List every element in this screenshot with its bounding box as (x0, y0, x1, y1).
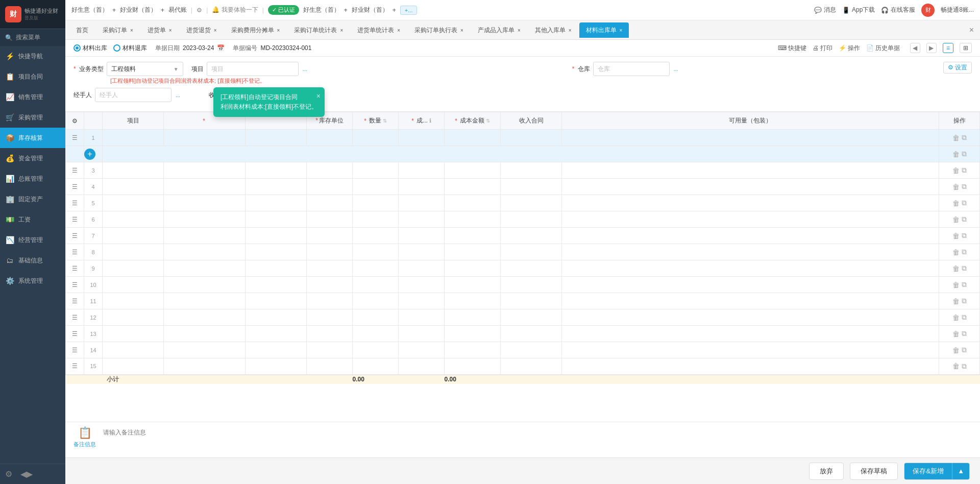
close-tab-icon[interactable]: × (569, 28, 572, 33)
row-cell-6[interactable] (445, 179, 501, 195)
close-tab-icon[interactable]: × (214, 28, 217, 33)
sidebar-item-purchase[interactable]: 🛒 采购管理 (0, 107, 65, 128)
row-cell-6[interactable] (445, 326, 501, 342)
row-cell-6[interactable] (445, 309, 501, 326)
row-gear-icon[interactable]: ☰ (72, 200, 78, 207)
service-btn[interactable]: 🎧 在线客服 (881, 6, 915, 14)
row-cell-2[interactable] (246, 211, 307, 228)
row-cell-8[interactable] (562, 277, 939, 293)
tab-material-out[interactable]: 材料出库单 × (579, 22, 629, 38)
tab-purchase-return[interactable]: 进货退货 × (180, 22, 224, 38)
sidebar-item-sales[interactable]: 📈 销售管理 (0, 87, 65, 107)
sidebar-item-basic[interactable]: 🗂 基础信息 (0, 250, 65, 271)
radio-material-return[interactable]: 材料退库 (113, 44, 147, 53)
row-cell-4[interactable] (353, 277, 399, 293)
row-cell-8[interactable] (562, 358, 939, 375)
sidebar-search[interactable]: 🔍 搜索菜单 (0, 29, 65, 46)
row-cell-7[interactable] (501, 162, 562, 179)
copy-row-icon[interactable]: ⧉ (962, 297, 967, 305)
row-cell-0[interactable] (103, 326, 164, 342)
close-tab-icon[interactable]: × (397, 28, 400, 33)
row-cell-2[interactable] (246, 260, 307, 277)
row-cell-6[interactable] (445, 162, 501, 179)
row-cell-2[interactable] (246, 358, 307, 375)
row-cell-0[interactable] (103, 260, 164, 277)
row-cell-7[interactable] (501, 228, 562, 244)
history-btn[interactable]: 📄 历史单据 (866, 44, 900, 53)
row-cell-6[interactable] (445, 228, 501, 244)
row-gear-icon[interactable]: ☰ (72, 134, 78, 141)
row-cell-6[interactable] (445, 260, 501, 277)
row-gear-icon[interactable]: ☰ (72, 314, 78, 321)
row-gear-icon[interactable]: ☰ (72, 183, 78, 190)
row-cell-5[interactable] (399, 293, 445, 309)
row-cell-4[interactable] (353, 244, 399, 260)
row-cell-2[interactable] (246, 342, 307, 358)
row-contract-cell[interactable] (501, 130, 562, 146)
row-cell-4[interactable] (353, 179, 399, 195)
topbar-link-3[interactable]: 易代账 (168, 6, 187, 14)
row-cell-3[interactable] (307, 309, 353, 326)
row-cell-0[interactable] (103, 228, 164, 244)
row-qty-cell[interactable] (353, 130, 399, 146)
tab-purchase-stat[interactable]: 采购订单统计表 × (287, 22, 350, 38)
save-new-arrow-icon[interactable]: ▲ (952, 463, 969, 479)
save-new-button[interactable]: 保存&新增 ▲ (904, 463, 970, 480)
row-cell-5[interactable] (399, 342, 445, 358)
calendar-icon[interactable]: 📅 (217, 44, 225, 52)
row-cell-0[interactable] (103, 244, 164, 260)
close-tab-icon[interactable]: × (518, 28, 521, 33)
row-cell-6[interactable] (445, 342, 501, 358)
quantity-sort-icon[interactable]: ⇅ (383, 118, 387, 124)
warehouse-input[interactable]: 仓库 (593, 62, 670, 76)
close-tab-icon[interactable]: × (460, 28, 463, 33)
delete-row-icon[interactable]: 🗑 (952, 313, 960, 322)
cost-amount-sort-icon[interactable]: ⇅ (486, 118, 490, 124)
row-cell-5[interactable] (399, 211, 445, 228)
sidebar-item-operation[interactable]: 📉 经营管理 (0, 230, 65, 250)
row-cell-7[interactable] (501, 342, 562, 358)
row-cell-3[interactable] (307, 195, 353, 211)
tab-purchase-order[interactable]: 采购订单 × (96, 22, 140, 38)
delete-row-icon[interactable]: 🗑 (952, 362, 960, 370)
user-avatar[interactable]: 财 (921, 4, 935, 17)
row-cell-4[interactable] (353, 260, 399, 277)
sidebar-item-project[interactable]: 📋 项目合同 (0, 66, 65, 87)
row-cell-1[interactable] (164, 309, 246, 326)
row-cell-0[interactable] (103, 277, 164, 293)
row-cell-1[interactable] (164, 277, 246, 293)
discard-button[interactable]: 放弃 (809, 463, 844, 480)
row-cell-2[interactable] (246, 309, 307, 326)
delete-row-icon[interactable]: 🗑 (952, 330, 960, 338)
row-cell-8[interactable] (562, 179, 939, 195)
row-cell-3[interactable] (307, 326, 353, 342)
copy-row-icon[interactable]: ⧉ (962, 166, 967, 175)
sidebar-item-asset[interactable]: 🏢 固定资产 (0, 189, 65, 209)
row-cell-5[interactable] (399, 195, 445, 211)
row-cell-4[interactable] (353, 342, 399, 358)
row-cell-3[interactable] (307, 293, 353, 309)
notes-input[interactable] (101, 426, 972, 452)
row-cell-4[interactable] (353, 309, 399, 326)
copy-row-icon[interactable]: ⧉ (962, 329, 967, 338)
row-cell-6[interactable] (445, 244, 501, 260)
row-cell-8[interactable] (562, 293, 939, 309)
delete-row-icon[interactable]: 🗑 (952, 264, 960, 273)
row-cell-3[interactable] (307, 277, 353, 293)
warehouse-more-icon[interactable]: ... (674, 66, 678, 72)
row-cell-2[interactable] (246, 228, 307, 244)
tab-purchase-in[interactable]: 进货单 × (141, 22, 179, 38)
copy-row-icon[interactable]: ⧉ (962, 199, 967, 207)
delete-row-icon[interactable]: 🗑 (952, 232, 960, 240)
row-cell-5[interactable] (399, 309, 445, 326)
row-cell-0[interactable] (103, 293, 164, 309)
delete-row-icon[interactable]: 🗑 (952, 281, 960, 289)
row-gear-icon[interactable]: ☰ (72, 330, 78, 337)
row-cell-7[interactable] (501, 260, 562, 277)
row-cell-0[interactable] (103, 358, 164, 375)
close-tab-icon[interactable]: × (340, 28, 343, 33)
add-row-button[interactable]: + (84, 149, 95, 160)
prev-record-btn[interactable]: ◀ (910, 43, 920, 53)
delete-row-icon[interactable]: 🗑 (952, 150, 960, 158)
row-gear-icon[interactable]: ☰ (72, 298, 78, 305)
